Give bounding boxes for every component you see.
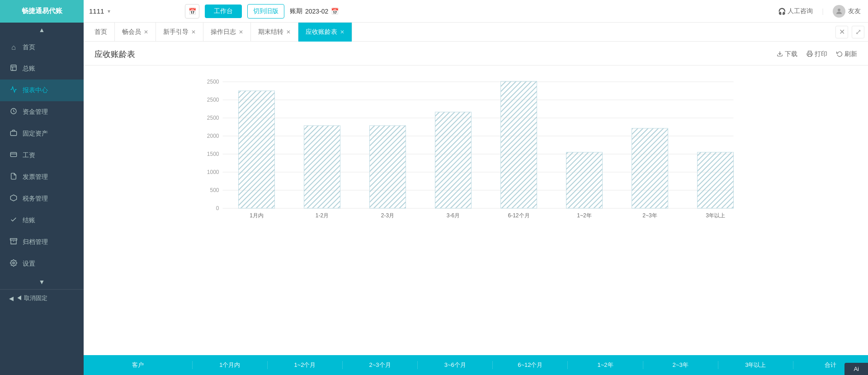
calendar-button[interactable]: 📅 — [185, 4, 199, 19]
bar-3-6月 — [435, 112, 472, 208]
invoice-icon — [9, 173, 18, 182]
sidebar-label-salary: 工资 — [23, 151, 35, 159]
print-icon — [807, 51, 813, 58]
sidebar-label-report: 报表中心 — [23, 86, 48, 94]
sidebar-item-report[interactable]: 报表中心 — [0, 80, 84, 101]
bar-2-3月 — [370, 126, 406, 208]
svg-text:1000: 1000 — [207, 169, 219, 175]
page-title: 应收账龄表 — [94, 49, 135, 60]
svg-rect-6 — [10, 152, 16, 156]
fund-icon — [9, 108, 18, 117]
svg-rect-9 — [10, 239, 17, 240]
svg-text:2500: 2500 — [207, 79, 219, 85]
sidebar-item-ledger[interactable]: 总账 — [0, 58, 84, 80]
download-icon — [777, 51, 783, 58]
bar-chart: 2500 2500 2500 2000 1500 1000 500 — [88, 75, 854, 237]
th-1month: 1个月内 — [193, 361, 268, 369]
refresh-label: 刷新 — [844, 50, 857, 58]
svg-text:6-12个月: 6-12个月 — [508, 212, 529, 219]
scroll-up-button[interactable]: ▲ — [0, 23, 84, 37]
refresh-icon — [836, 51, 843, 58]
bar-3年以上 — [698, 152, 734, 208]
tab-aging-close[interactable]: ✕ — [340, 29, 344, 35]
page-header: 应收账龄表 下载 打印 — [84, 42, 868, 66]
chevron-down-icon[interactable]: ▾ — [108, 8, 110, 14]
svg-rect-5 — [10, 131, 16, 136]
user-name: 友友 — [848, 7, 861, 15]
tab-aging[interactable]: 应收账龄表 ✕ — [298, 23, 352, 42]
sidebar-item-checkout[interactable]: 结账 — [0, 210, 84, 231]
tab-member[interactable]: 畅会员 ✕ — [115, 23, 156, 42]
sidebar-label-ledger: 总账 — [23, 65, 35, 73]
chart-container: 2500 2500 2500 2000 1500 1000 500 — [84, 66, 868, 355]
maximize-button[interactable]: ⤢ — [852, 26, 864, 38]
sidebar-label-invoice: 发票管理 — [23, 173, 48, 181]
svg-text:1月内: 1月内 — [250, 212, 264, 219]
tab-log-label: 操作日志 — [211, 28, 236, 36]
settings-icon — [9, 259, 18, 268]
tab-member-close[interactable]: ✕ — [144, 29, 148, 35]
sidebar-item-fixed[interactable]: 固定资产 — [0, 123, 84, 145]
sidebar-label-checkout: 结账 — [23, 216, 35, 225]
tab-guide[interactable]: 新手引导 ✕ — [156, 23, 203, 42]
tab-period-end[interactable]: 期末结转 ✕ — [251, 23, 298, 42]
sidebar-item-tax[interactable]: 税务管理 — [0, 188, 84, 210]
tab-log-close[interactable]: ✕ — [239, 29, 243, 35]
th-2-3month: 2~3个月 — [343, 361, 418, 369]
checkout-icon — [9, 216, 18, 225]
archive-icon — [9, 238, 18, 247]
period-label: 账期 — [290, 7, 302, 15]
sidebar-item-fund[interactable]: 资金管理 — [0, 101, 84, 123]
sidebar-label-tax: 税务管理 — [23, 195, 48, 203]
workbench-button[interactable]: 工作台 — [205, 5, 242, 18]
main-layout: ▲ ⌂ 首页 总账 报表中心 资金管理 固定资产 — [0, 23, 868, 375]
th-3year-plus: 3年以上 — [718, 361, 793, 369]
avatar — [833, 5, 845, 18]
download-button[interactable]: 下载 — [777, 50, 797, 58]
sidebar-item-settings[interactable]: 设置 — [0, 253, 84, 275]
sidebar-item-salary[interactable]: 工资 — [0, 145, 84, 166]
ledger-icon — [9, 64, 18, 73]
company-select[interactable]: 1111 ▾ — [89, 7, 179, 15]
sidebar-item-archive[interactable]: 归档管理 — [0, 231, 84, 253]
period-area: 账期 2023-02 📅 — [290, 7, 339, 15]
app-header: 畅捷通易代账 1111 ▾ 📅 工作台 切到旧版 账期 2023-02 📅 🎧 … — [0, 0, 868, 23]
sidebar-label-archive: 归档管理 — [23, 238, 48, 246]
svg-text:2-3月: 2-3月 — [381, 212, 394, 219]
ai-badge: Ai — [844, 363, 868, 375]
sidebar-item-invoice[interactable]: 发票管理 — [0, 166, 84, 188]
consult-area[interactable]: 🎧 人工咨询 — [778, 7, 813, 15]
th-customer: 客户 — [84, 361, 193, 369]
tab-home[interactable]: 首页 — [87, 23, 115, 42]
tab-period-end-close[interactable]: ✕ — [286, 29, 291, 35]
header-right: 🎧 人工咨询 | 友友 — [778, 5, 861, 18]
svg-rect-13 — [808, 54, 811, 56]
sidebar-label-fund: 资金管理 — [23, 108, 48, 116]
tab-guide-close[interactable]: ✕ — [191, 29, 196, 35]
print-button[interactable]: 打印 — [807, 50, 827, 58]
tab-home-label: 首页 — [94, 28, 107, 36]
download-label: 下载 — [785, 50, 797, 58]
user-area[interactable]: 友友 — [833, 5, 861, 18]
sidebar-item-home[interactable]: ⌂ 首页 — [0, 37, 84, 58]
switch-version-button[interactable]: 切到旧版 — [247, 4, 284, 19]
tab-log[interactable]: 操作日志 ✕ — [203, 23, 251, 42]
period-calendar-icon[interactable]: 📅 — [331, 8, 339, 15]
svg-point-0 — [838, 9, 840, 11]
scroll-down-button[interactable]: ▼ — [0, 275, 84, 289]
svg-point-11 — [13, 262, 14, 264]
svg-text:3年以上: 3年以上 — [706, 212, 725, 219]
tabs-actions: ✕ ⤢ — [835, 26, 864, 38]
bar-1-2月 — [304, 126, 340, 208]
bar-1月内 — [239, 91, 275, 208]
table-header: 客户 1个月内 1~2个月 2~3个月 3~6个月 6~12个月 1~2年 2~… — [84, 355, 868, 375]
chart-wrapper: 2500 2500 2500 2000 1500 1000 500 — [88, 75, 854, 237]
svg-text:2000: 2000 — [207, 133, 219, 139]
sidebar: ▲ ⌂ 首页 总账 报表中心 资金管理 固定资产 — [0, 23, 84, 375]
unpin-button[interactable]: ◀ ◀ 取消固定 — [0, 289, 84, 307]
ai-label: Ai — [854, 366, 859, 372]
bar-2-3年 — [632, 128, 668, 208]
close-all-tabs-button[interactable]: ✕ — [835, 26, 848, 38]
refresh-button[interactable]: 刷新 — [836, 50, 857, 58]
pin-icon: ◀ — [9, 295, 14, 302]
